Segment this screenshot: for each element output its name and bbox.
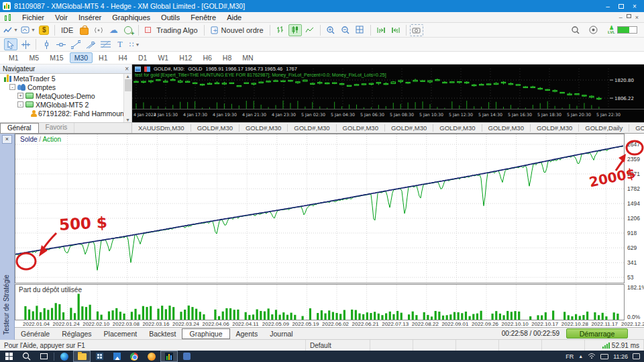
chart-tab[interactable]: GOLD#,M30	[191, 124, 239, 132]
trendline-tool-icon[interactable]	[69, 38, 83, 50]
trading-algo-toggle[interactable]: Trading Algo	[142, 26, 200, 34]
tester-tab[interactable]: Réglages	[56, 329, 97, 338]
chart-tab[interactable]: GOLD#,M30	[531, 124, 579, 132]
tree-item-comptes[interactable]: - Comptes	[0, 83, 131, 91]
tester-strip-label[interactable]: Testeur de Stratégie	[3, 275, 10, 335]
blue-app-icon[interactable]	[178, 351, 195, 362]
photos-icon[interactable]	[108, 351, 125, 362]
close-button[interactable]: ×	[628, 3, 641, 10]
notification-center-icon[interactable]	[633, 353, 640, 359]
chart-tab[interactable]: GOLD#,M30	[629, 124, 644, 132]
cursor-tool-icon[interactable]	[4, 38, 17, 50]
mdi-close-icon[interactable]: ×	[635, 14, 639, 21]
start-button[interactable]: Démarrage	[566, 328, 628, 338]
chart-tab[interactable]: GOLD#,M30	[433, 124, 482, 132]
help-icon[interactable]	[586, 24, 600, 36]
mdi-minimize-icon[interactable]: –	[619, 14, 623, 21]
scroll-up-icon[interactable]: ▲	[125, 74, 130, 79]
maximize-button[interactable]	[614, 3, 628, 10]
market-icon[interactable]: $	[38, 24, 51, 36]
chart-tab[interactable]: XAUUSDm,M30	[132, 124, 191, 132]
language-indicator[interactable]: FR	[566, 353, 574, 360]
gold-chart[interactable]: GOLD#, M30: GOLD 1965.91 1966.17 1964.73…	[132, 64, 644, 122]
collapse-icon[interactable]: -	[17, 101, 23, 107]
scroll-thumb[interactable]	[125, 79, 131, 91]
chart-tab[interactable]: GOLD#,M30	[337, 124, 385, 132]
navigator-tab[interactable]: Favoris	[39, 123, 75, 133]
shift-chart-icon[interactable]	[389, 24, 402, 36]
tree-item-metatrader5[interactable]: MetaTrader 5	[0, 74, 131, 83]
chrome-icon[interactable]	[125, 351, 143, 362]
ide-button[interactable]: IDE	[58, 26, 76, 34]
timeframe-button[interactable]: H6	[198, 52, 216, 63]
candle-chart-mode-icon[interactable]	[288, 24, 302, 36]
minimize-button[interactable]: –	[601, 3, 614, 10]
metatrader5-taskbar-icon[interactable]	[160, 351, 178, 362]
edge-icon[interactable]	[56, 351, 73, 362]
chart-tab[interactable]: GOLD#,M30	[239, 124, 288, 132]
taskbar-search-icon[interactable]	[17, 351, 35, 362]
calculator-icon[interactable]	[91, 351, 108, 362]
timeframe-button[interactable]: MN	[237, 52, 258, 63]
chart-tab[interactable]: GOLD#,Daily	[579, 124, 629, 132]
timeframe-button[interactable]: H1	[94, 52, 112, 63]
search-icon[interactable]	[569, 24, 582, 36]
status-profile[interactable]: Default	[306, 340, 370, 351]
shapes-tool-icon[interactable]: ∷▼	[128, 38, 142, 50]
new-order-button[interactable]: + Nouvel ordre	[208, 26, 266, 34]
signals-icon[interactable]	[92, 24, 105, 36]
tree-item-metaquotes-demo[interactable]: + MetaQuotes-Demo	[0, 91, 131, 100]
shift-end-icon[interactable]	[374, 24, 388, 36]
community-icon[interactable]	[121, 24, 135, 36]
timeframe-button[interactable]: H4	[114, 52, 132, 63]
tree-item-xmglobal-mt5-2[interactable]: - XMGlobal-MT5 2	[0, 100, 131, 109]
wifi-icon[interactable]	[588, 353, 596, 360]
navigator-close-icon[interactable]: ×	[125, 65, 129, 73]
menu-item[interactable]: Outils	[156, 13, 185, 22]
crosshair-tool-icon[interactable]	[19, 38, 32, 50]
navigator-scrollbar[interactable]: ▲ ▼	[123, 74, 131, 122]
chart-tab[interactable]: GOLD#,M30	[482, 124, 531, 132]
orange-app-icon[interactable]	[143, 351, 160, 362]
zoom-out-icon[interactable]	[339, 24, 352, 36]
timeframe-button[interactable]: H8	[218, 52, 236, 63]
clock[interactable]: 11:26	[613, 353, 628, 360]
tree-item-account-67191282[interactable]: 67191282: Fahd Hammoune	[0, 109, 131, 118]
tester-tab[interactable]: Générale	[15, 329, 56, 338]
timeframe-button[interactable]: W1	[153, 52, 173, 63]
tester-tab[interactable]: Agents	[230, 329, 264, 338]
scroll-down-icon[interactable]: ▼	[125, 118, 130, 122]
bar-chart-mode-icon[interactable]	[274, 24, 287, 36]
menu-item[interactable]: Fichier	[17, 13, 50, 22]
menu-item[interactable]: Voir	[50, 13, 73, 22]
timeframe-button[interactable]: D1	[133, 52, 152, 63]
channel-tool-icon[interactable]	[84, 38, 97, 50]
tester-tab[interactable]: Journal	[264, 329, 299, 338]
navigator-tab[interactable]: Général	[0, 123, 39, 133]
chart-tab[interactable]: GOLD#,M30	[288, 124, 336, 132]
zoom-in-icon[interactable]	[324, 24, 337, 36]
touch-keyboard-icon[interactable]	[600, 354, 608, 359]
chart-tab[interactable]: GOLD#,M30	[385, 124, 433, 132]
line-chart-mode-icon[interactable]	[303, 24, 317, 36]
expand-icon[interactable]: +	[17, 93, 23, 99]
screenshot-icon[interactable]	[410, 24, 423, 36]
timeframe-button[interactable]: H12	[174, 52, 197, 63]
task-view-icon[interactable]	[35, 351, 52, 362]
tester-tab[interactable]: Graphique	[182, 328, 229, 339]
mdi-restore-icon[interactable]	[627, 14, 631, 18]
file-explorer-icon[interactable]	[73, 351, 91, 362]
timeframe-button[interactable]: M1	[4, 52, 23, 63]
tester-close-icon[interactable]: ×	[2, 135, 12, 144]
text-tool-icon[interactable]: T	[113, 38, 127, 50]
tile-windows-icon[interactable]	[354, 24, 367, 36]
indicators-icon[interactable]: ▼	[20, 24, 36, 36]
horizontal-line-tool-icon[interactable]	[54, 38, 68, 50]
menu-item[interactable]: Aide	[221, 13, 247, 22]
tray-expand-icon[interactable]: ▲	[578, 354, 583, 359]
timeframe-button[interactable]: M30	[70, 52, 93, 63]
menu-item[interactable]: Graphiques	[107, 13, 156, 22]
chart-window-icon[interactable]: ▼	[3, 24, 19, 36]
menu-item[interactable]: Insérer	[73, 13, 107, 22]
menu-item[interactable]: Fenêtre	[185, 13, 221, 22]
